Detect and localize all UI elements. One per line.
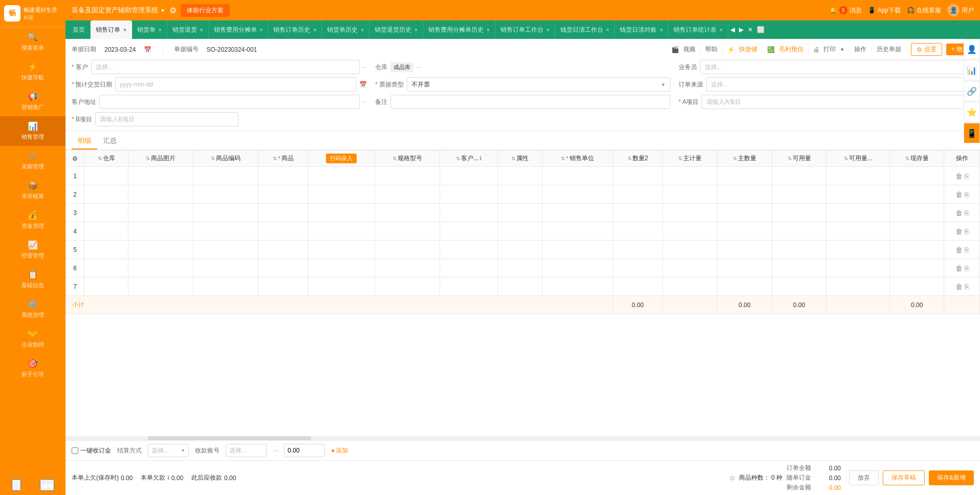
operation-btn[interactable]: 操作: [854, 45, 866, 54]
row-copy-btn[interactable]: ⎘: [965, 172, 969, 180]
row-copy-btn[interactable]: ⎘: [965, 209, 969, 217]
user-avatar[interactable]: 👤 用户: [947, 4, 974, 16]
right-sidebar-btn-1[interactable]: 👤: [964, 39, 980, 59]
messages-btn[interactable]: 🔔 9 消息: [830, 6, 862, 15]
tab-expense-history[interactable]: 销售费用分摊单历史 ×: [423, 20, 495, 39]
sidebar-settings-btn[interactable]: ⚙: [12, 479, 21, 491]
tab-detail[interactable]: 明细: [72, 133, 97, 149]
row-copy-btn[interactable]: ⎘: [965, 283, 969, 291]
scan-btn[interactable]: 扫码录入: [326, 154, 357, 163]
account-ellipsis[interactable]: ···: [273, 447, 278, 454]
tab-sales-workbench[interactable]: 销售订单工作台 ×: [495, 20, 555, 39]
tab-close-icon[interactable]: ×: [415, 27, 418, 33]
tab-close-icon[interactable]: ×: [200, 27, 203, 33]
note-input[interactable]: [390, 95, 670, 109]
history-btn[interactable]: 历史单据: [877, 45, 901, 54]
sidebar-item-base[interactable]: 📋 基础信息: [0, 265, 66, 294]
right-sidebar-btn-3[interactable]: 🔗: [964, 81, 980, 101]
scrollbar-area[interactable]: [66, 436, 980, 440]
order-source-input[interactable]: [706, 77, 967, 92]
address-input[interactable]: [99, 95, 360, 109]
invoice-chevron-icon[interactable]: ▼: [661, 82, 666, 88]
shortcut-btn[interactable]: 快捷键: [739, 45, 757, 54]
print-btn[interactable]: 打印: [823, 45, 836, 54]
tab-close-icon[interactable]: ×: [123, 27, 126, 33]
row-delete-btn[interactable]: 🗑: [955, 283, 963, 291]
tab-close-icon[interactable]: ×: [159, 27, 162, 33]
th-unit[interactable]: ⇅*销售单位: [542, 150, 613, 167]
add-payment-btn[interactable]: ● 添加: [331, 446, 348, 455]
row-copy-btn[interactable]: ⎘: [965, 227, 969, 235]
row-delete-btn[interactable]: 🗑: [955, 246, 963, 254]
row-delete-btn[interactable]: 🗑: [955, 264, 963, 272]
th-product[interactable]: ⇅*商品: [258, 150, 309, 167]
tab-close-all[interactable]: ✕: [746, 26, 755, 33]
th-main-qty[interactable]: ⇅主数量: [717, 150, 772, 167]
row-delete-btn[interactable]: 🗑: [955, 227, 963, 235]
staff-input[interactable]: [700, 60, 967, 74]
sidebar-item-sales[interactable]: 📊 销售管理: [0, 116, 66, 146]
tab-sales-order[interactable]: 销售订单 ×: [91, 20, 132, 39]
sidebar-item-marketing[interactable]: 📢 营销推广: [0, 87, 66, 116]
th-settings[interactable]: ⚙: [66, 150, 84, 167]
tab-close-icon[interactable]: ×: [260, 27, 263, 33]
customer-ellipsis-icon[interactable]: ···: [363, 64, 367, 70]
tab-scroll-left[interactable]: ◀: [728, 26, 737, 33]
save-draft-button[interactable]: 保存草稿: [883, 470, 925, 485]
customer-input[interactable]: [91, 60, 360, 74]
tab-sales-history[interactable]: 销售订单历史 ×: [268, 20, 322, 39]
sidebar-item-search[interactable]: 🔍 搜索菜单: [0, 27, 66, 57]
th-spec[interactable]: ⇅规格型号: [375, 150, 440, 167]
th-scan[interactable]: 扫码录入: [308, 150, 375, 167]
app-download-btn[interactable]: 📱 App下载: [868, 6, 901, 15]
th-available2[interactable]: ⇅可用量...: [826, 150, 890, 167]
th-current-stock[interactable]: ⇅现存量: [889, 150, 944, 167]
b-project-input[interactable]: [95, 112, 238, 126]
sidebar-item-enterprise[interactable]: 🤝 企业协同: [0, 324, 66, 354]
delivery-input[interactable]: [115, 77, 356, 92]
th-available[interactable]: ⇅可用量: [772, 150, 826, 167]
calendar-icon[interactable]: 📅: [144, 46, 151, 53]
sidebar-item-quicknav[interactable]: ⚡ 快捷导航: [0, 57, 66, 87]
tab-close-icon[interactable]: ×: [720, 27, 723, 33]
tab-expense-split[interactable]: 销售费用分摊单 ×: [209, 20, 269, 39]
sidebar-item-inventory[interactable]: 📦 库存核算: [0, 176, 66, 205]
topbar-settings-icon[interactable]: ⚙: [169, 6, 177, 15]
th-attribute[interactable]: ⇅属性: [498, 150, 542, 167]
tab-close-icon[interactable]: ×: [361, 27, 364, 33]
auto-collect-input[interactable]: [72, 447, 78, 454]
tab-expand-icon[interactable]: ⬜: [755, 26, 767, 33]
online-service-btn[interactable]: 🎧 在线客服: [907, 6, 941, 15]
row-copy-btn[interactable]: ⎘: [965, 264, 969, 272]
tab-sales-report[interactable]: 销售订单统计表 ×: [668, 20, 728, 39]
tab-home[interactable]: 首页: [68, 20, 91, 39]
tab-close-icon[interactable]: ×: [660, 27, 663, 33]
tab-sale-slip-history[interactable]: 销货单历史 ×: [322, 20, 369, 39]
th-product-code[interactable]: ⇅商品编码: [193, 150, 258, 167]
row-delete-btn[interactable]: 🗑: [955, 172, 963, 180]
save-new-button[interactable]: 保存&新增: [929, 470, 974, 485]
th-main-unit[interactable]: ⇅主计量: [663, 150, 717, 167]
right-sidebar-btn-5[interactable]: 📱: [964, 123, 980, 143]
help-btn[interactable]: 帮助: [705, 45, 717, 54]
tab-close-icon[interactable]: ×: [606, 27, 609, 33]
solution-btn[interactable]: 体验行业方案: [181, 4, 230, 17]
tab-summary[interactable]: 汇总: [97, 133, 123, 149]
right-sidebar-btn-4[interactable]: ⭐: [964, 102, 980, 122]
tab-close-icon[interactable]: ×: [547, 27, 550, 33]
tab-cash-workbench[interactable]: 钱货日清工作台 ×: [555, 20, 615, 39]
row-delete-btn[interactable]: 🗑: [955, 209, 963, 217]
row-copy-btn[interactable]: ⎘: [965, 246, 969, 254]
sidebar-item-finance[interactable]: 💰 资金管理: [0, 205, 66, 235]
sidebar-item-guide[interactable]: 🎯 新手引导: [0, 354, 66, 383]
row-delete-btn[interactable]: 🗑: [955, 190, 963, 199]
sidebar-item-purchase[interactable]: 🛒 采购管理: [0, 146, 66, 176]
discard-button[interactable]: 放弃: [849, 470, 879, 485]
sidebar-item-system[interactable]: ⚙️ 系统管理: [0, 294, 66, 324]
tab-sale-return[interactable]: 销货退货 ×: [167, 20, 209, 39]
tab-close-icon[interactable]: ×: [487, 27, 490, 33]
delivery-calendar-icon[interactable]: 📅: [359, 81, 367, 88]
payment-method-chevron[interactable]: ▼: [181, 448, 185, 453]
tab-return-history[interactable]: 销货退货历史 ×: [369, 20, 423, 39]
tab-close-icon[interactable]: ×: [313, 27, 316, 33]
